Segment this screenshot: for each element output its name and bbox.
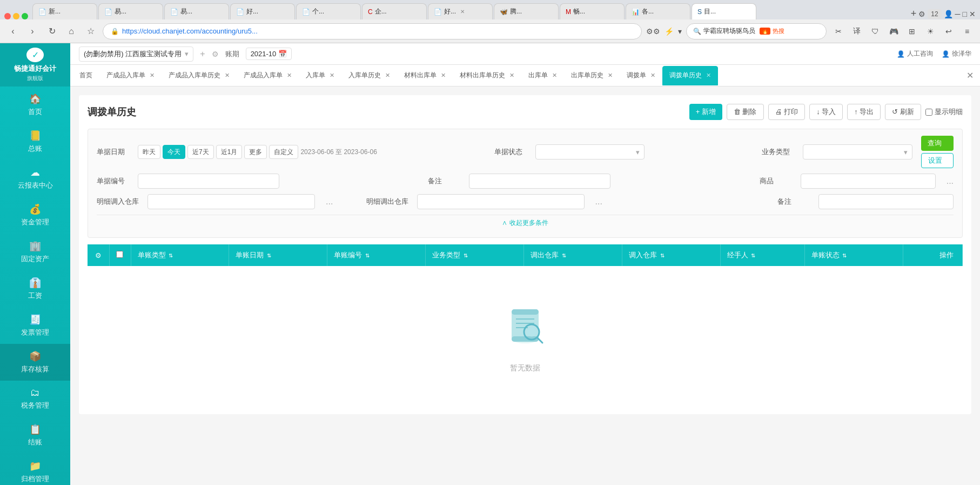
yesterday-btn[interactable]: 昨天 [138, 145, 160, 159]
user-btn[interactable]: 👤 徐泽华 [942, 49, 971, 58]
week-btn[interactable]: 近7天 [187, 145, 214, 159]
display-toggle[interactable]: 显示明细 [925, 107, 963, 117]
minimize-window-btn[interactable]: ─ [955, 10, 961, 18]
minimize-btn[interactable] [13, 13, 19, 19]
sidebar-item-settle[interactable]: 📋 结账 [0, 417, 70, 454]
add-company-btn[interactable]: + [200, 49, 205, 59]
tab-close-7[interactable]: ✕ [460, 9, 465, 15]
page-tab-home[interactable]: 首页 [72, 66, 99, 85]
doc-date-header[interactable]: 单账日期 ⇅ [229, 244, 327, 266]
sidebar-item-fund[interactable]: 💰 资金管理 [0, 197, 70, 234]
tab-close-pt3[interactable]: ✕ [287, 72, 292, 79]
translate-btn[interactable]: 译 [849, 24, 864, 39]
doc-no-header[interactable]: 单账编号 ⇅ [327, 244, 426, 266]
tab-close-pt8[interactable]: ✕ [552, 72, 557, 79]
sidebar-item-home[interactable]: 🏠 首页 [0, 87, 70, 123]
sidebar-item-archive[interactable]: 📁 归档管理 [0, 454, 70, 485]
page-tab-10[interactable]: 调拨单 ✕ [620, 66, 662, 85]
doc-status-header[interactable]: 单账状态 ⇅ [804, 244, 903, 266]
menu-btn[interactable]: ≡ [959, 24, 975, 39]
back-btn[interactable]: ‹ [5, 24, 21, 39]
tab-close-pt6[interactable]: ✕ [441, 72, 446, 79]
tab-close-pt2[interactable]: ✕ [225, 72, 230, 79]
page-tab-5[interactable]: 入库单历史 ✕ [341, 66, 397, 85]
print-btn[interactable]: 🖨 打印 [768, 104, 806, 120]
page-tab-7[interactable]: 材料出库单历史 ✕ [453, 66, 521, 85]
biz-type-select[interactable]: ▾ [803, 144, 912, 160]
close-btn[interactable] [4, 13, 11, 19]
browser-tab-11[interactable]: S 目... [692, 3, 756, 19]
out-warehouse-header[interactable]: 调出仓库 ⇅ [524, 244, 622, 266]
maximize-window-btn[interactable]: □ [963, 10, 967, 18]
sidebar-item-wage[interactable]: 👔 工资 [0, 270, 70, 307]
tab-close-pt5[interactable]: ✕ [385, 72, 390, 79]
biz-type-header[interactable]: 业务类型 ⇅ [426, 244, 524, 266]
goods-input[interactable] [801, 174, 936, 189]
company-settings-btn[interactable]: ⚙ [212, 50, 219, 58]
forward-btn[interactable]: › [25, 24, 40, 39]
sidebar-item-inventory[interactable]: 📦 库存核算 [0, 344, 70, 381]
shield-btn[interactable]: 🛡 [868, 24, 883, 39]
doc-type-header[interactable]: 单账类型 ⇅ [131, 244, 229, 266]
browser-tab-7[interactable]: 📄 好... ✕ [428, 3, 493, 19]
import-btn[interactable]: ↓ 导入 [809, 104, 843, 120]
maximize-btn[interactable] [22, 13, 28, 19]
bookmark-btn[interactable]: ☆ [83, 24, 98, 39]
search-bar[interactable]: 🔍 学霸应聘场驱鸟员 🔥 热搜 [686, 23, 827, 39]
goods-dots[interactable]: ... [947, 176, 954, 186]
undo-btn[interactable]: ↩ [941, 24, 956, 39]
page-tab-9[interactable]: 出库单历史 ✕ [564, 66, 620, 85]
select-all-checkbox[interactable] [116, 251, 123, 258]
page-tab-3[interactable]: 产成品入库单 ✕ [237, 66, 299, 85]
browser-tab-1[interactable]: 📄 新... [32, 3, 97, 19]
docno-input[interactable] [138, 174, 279, 189]
month-btn[interactable]: 近1月 [216, 145, 243, 159]
export-btn[interactable]: ↑ 导出 [847, 104, 881, 120]
refresh-btn[interactable]: ↺ 刷新 [885, 104, 921, 120]
detail-out-dots[interactable]: ... [595, 197, 602, 207]
extensions-icon[interactable]: ⚙⚙ [646, 27, 660, 36]
brightness-btn[interactable]: ☀ [923, 24, 938, 39]
handler-header[interactable]: 经手人 ⇅ [720, 244, 804, 266]
browser-tab-10[interactable]: 📊 各... [626, 3, 690, 19]
query-btn[interactable]: 查询 [921, 136, 954, 151]
support-btn[interactable]: 👤 人工咨询 [897, 49, 933, 58]
detail-in-input[interactable] [147, 194, 315, 209]
page-tab-8[interactable]: 出库单 ✕ [521, 66, 564, 85]
browser-tab-3[interactable]: 📄 易... [164, 3, 229, 19]
browser-tab-9[interactable]: M 畅... [560, 3, 625, 19]
page-tab-4[interactable]: 入库单 ✕ [299, 66, 341, 85]
page-tab-11[interactable]: 调拨单历史 ✕ [662, 66, 718, 85]
browser-tab-5[interactable]: 📄 个... [296, 3, 361, 19]
page-tab-6[interactable]: 材料出库单 ✕ [397, 66, 453, 85]
settings-filter-btn[interactable]: 设置 [921, 153, 954, 168]
tab-close-pt10[interactable]: ✕ [650, 72, 655, 79]
remark2-input[interactable] [818, 194, 954, 209]
tab-close-pt1[interactable]: ✕ [150, 72, 155, 79]
delete-btn[interactable]: 🗑 删除 [727, 104, 764, 120]
address-bar[interactable]: 🔒 https://cloud.chanjet.com/accounting/u… [103, 23, 642, 39]
new-btn[interactable]: + 新增 [689, 104, 722, 120]
gear-column-header[interactable]: ⚙ [88, 244, 109, 266]
sidebar-item-invoice[interactable]: 🧾 发票管理 [0, 307, 70, 344]
browser-tab-4[interactable]: 📄 好... [230, 3, 295, 19]
home-btn[interactable]: ⌂ [64, 24, 79, 39]
grid-btn[interactable]: ⊞ [904, 24, 919, 39]
in-warehouse-header[interactable]: 调入仓库 ⇅ [622, 244, 720, 266]
browser-tab-2[interactable]: 📄 易... [98, 3, 163, 19]
status-select[interactable]: ▾ [535, 144, 645, 160]
browser-tab-6[interactable]: C 企... [362, 3, 427, 19]
dropdown-icon[interactable]: ▾ [678, 27, 682, 36]
sidebar-item-tax[interactable]: 🗂 税务管理 [0, 381, 70, 417]
page-tab-1[interactable]: 产成品入库单 ✕ [99, 66, 162, 85]
detail-in-dots[interactable]: ... [326, 197, 333, 207]
extensions-btn[interactable]: ⚙ [918, 10, 925, 18]
tab-close-pt4[interactable]: ✕ [330, 72, 334, 79]
profile-btn[interactable]: 👤 [944, 10, 953, 18]
display-checkbox[interactable] [925, 109, 932, 116]
page-tab-2[interactable]: 产成品入库单历史 ✕ [162, 66, 237, 85]
close-all-tabs-btn[interactable]: ✕ [962, 68, 978, 84]
tab-close-pt11[interactable]: ✕ [706, 72, 711, 79]
scissors-btn[interactable]: ✂ [831, 24, 846, 39]
remark-input[interactable] [469, 174, 610, 189]
